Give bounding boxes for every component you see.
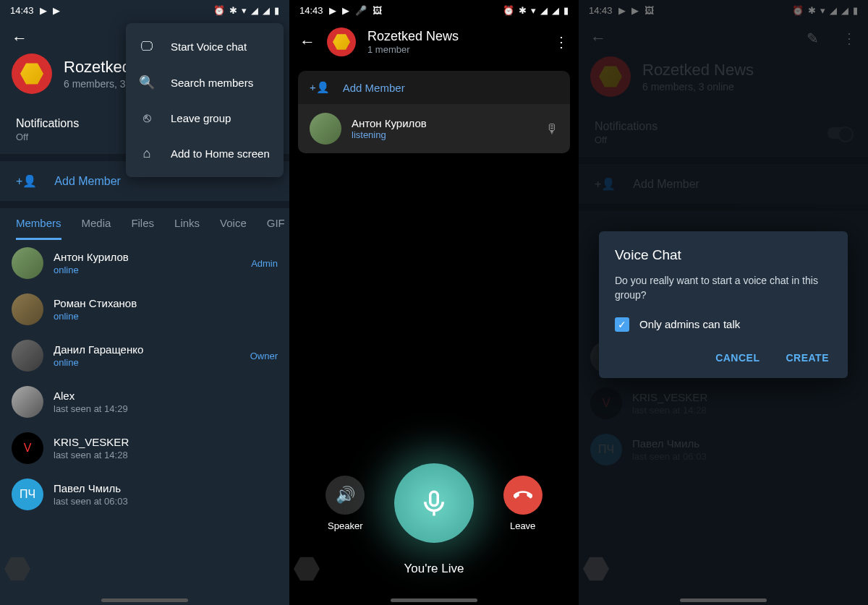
member-name: Павел Чмиль xyxy=(54,482,128,494)
avatar xyxy=(310,113,341,145)
avatar xyxy=(12,340,43,372)
menu-leave-group[interactable]: ⎋ Leave group xyxy=(126,100,284,136)
group-title: Rozetked xyxy=(64,58,131,77)
add-member-row[interactable]: +👤 Add Member xyxy=(298,71,570,104)
bluetooth-icon: ✱ xyxy=(229,5,237,16)
tabs: Members Media Files Links Voice GIF xyxy=(0,208,289,240)
microphone-icon xyxy=(419,488,449,518)
only-admins-checkbox-row[interactable]: ✓ Only admins can talk xyxy=(615,317,832,332)
nav-handle[interactable] xyxy=(391,598,477,602)
add-member-icon: +👤 xyxy=(16,174,37,188)
group-subtitle: 6 members, 3 xyxy=(64,78,131,90)
mic-icon: 🎙 xyxy=(545,121,558,137)
youtube-icon: ▶ xyxy=(342,5,349,16)
leave-icon: ⎋ xyxy=(139,111,155,126)
overflow-menu: 🖵 Start Voice chat 🔍 Search members ⎋ Le… xyxy=(126,23,284,177)
avatar: V xyxy=(12,432,43,464)
menu-add-home[interactable]: ⌂ Add to Home screen xyxy=(126,136,284,171)
nav-hex-icon xyxy=(4,556,30,582)
add-member-icon: +👤 xyxy=(310,81,330,94)
member-row[interactable]: VKRIS_VESKERlast seen at 14:28 xyxy=(0,425,289,471)
battery-icon: ▮ xyxy=(274,5,279,16)
youtube-icon: ▶ xyxy=(40,5,47,16)
avatar xyxy=(12,247,43,279)
bluetooth-icon: ✱ xyxy=(519,5,527,16)
tab-members[interactable]: Members xyxy=(16,217,61,240)
member-status: online xyxy=(54,265,129,275)
member-row[interactable]: Антон КуриловonlineAdmin xyxy=(0,240,289,286)
member-row[interactable]: Роман Стихановonline xyxy=(0,286,289,332)
menu-label: Add to Home screen xyxy=(171,147,270,160)
nav-handle[interactable] xyxy=(101,598,188,602)
voice-chat-header: ← Rozetked News 1 member ⋮ xyxy=(289,20,579,64)
member-role: Owner xyxy=(250,351,278,361)
status-time: 14:43 xyxy=(10,5,34,16)
participant-status: listening xyxy=(352,129,427,140)
more-icon[interactable]: ⋮ xyxy=(554,33,569,51)
status-bar: 14:43 ▶ ▶ 🎤 🖼 ⏰ ✱ ▾ ◢ ◢ ▮ xyxy=(289,0,579,20)
member-name: Антон Курилов xyxy=(54,251,129,263)
create-button[interactable]: CREATE xyxy=(783,346,832,369)
avatar xyxy=(12,293,43,325)
group-avatar[interactable] xyxy=(327,27,356,56)
member-role: Admin xyxy=(251,258,278,269)
member-status: last seen at 14:28 xyxy=(54,450,129,460)
signal-icon: ◢ xyxy=(540,5,548,16)
nav-handle[interactable] xyxy=(680,598,767,602)
status-bar: 14:43 ▶ ▶ ⏰ ✱ ▾ ◢ ◢ ▮ xyxy=(0,0,289,20)
back-icon[interactable]: ← xyxy=(299,33,315,51)
alarm-icon: ⏰ xyxy=(503,5,514,16)
checkbox-checked-icon: ✓ xyxy=(615,317,629,332)
leave-button[interactable]: Leave xyxy=(503,476,542,531)
tab-voice[interactable]: Voice xyxy=(220,217,247,240)
member-row[interactable]: Alexlast seen at 14:29 xyxy=(0,379,289,425)
member-row[interactable]: Данил ГаращенкоonlineOwner xyxy=(0,332,289,379)
group-avatar[interactable] xyxy=(12,53,52,94)
screen-start-voice-dialog: 14:43 ▶ ▶ 🖼 ⏰ ✱ ▾ ◢ ◢ ▮ ← ✎ ⋮ Rozetked N… xyxy=(579,0,868,605)
voice-chat-controls: 🔊 Speaker Leave You're Live xyxy=(289,450,579,605)
speaker-label: Speaker xyxy=(328,520,362,531)
member-name: KRIS_VESKER xyxy=(54,436,129,448)
mic-icon: 🎤 xyxy=(355,5,367,16)
menu-search-members[interactable]: 🔍 Search members xyxy=(126,64,284,100)
member-status: online xyxy=(54,311,137,322)
tab-files[interactable]: Files xyxy=(131,217,154,240)
menu-label: Leave group xyxy=(171,112,231,124)
notifications-label: Notifications xyxy=(16,117,79,130)
participant-row[interactable]: Антон Курилов listening 🎙 xyxy=(298,104,570,153)
members-list: Антон КуриловonlineAdminРоман Стихановon… xyxy=(0,240,289,518)
add-member-label: Add Member xyxy=(54,175,121,188)
signal-icon: ◢ xyxy=(251,5,258,16)
tab-links[interactable]: Links xyxy=(174,217,200,240)
voice-chat-title: Rozetked News xyxy=(367,29,459,44)
member-name: Данил Гаращенко xyxy=(54,343,143,356)
member-status: last seen at 06:03 xyxy=(54,496,128,507)
search-icon: 🔍 xyxy=(139,74,155,90)
participant-name: Антон Курилов xyxy=(352,117,427,129)
signal-icon: ◢ xyxy=(552,5,559,16)
tab-media[interactable]: Media xyxy=(82,217,111,240)
voice-chat-icon: 🖵 xyxy=(139,39,155,54)
alarm-icon: ⏰ xyxy=(213,5,225,16)
home-add-icon: ⌂ xyxy=(139,146,155,161)
youtube-icon: ▶ xyxy=(329,5,336,16)
notifications-value: Off xyxy=(16,132,79,142)
speaker-button[interactable]: 🔊 Speaker xyxy=(326,476,365,531)
avatar: ПЧ xyxy=(12,479,43,510)
cancel-button[interactable]: CANCEL xyxy=(712,346,762,369)
checkbox-label: Only admins can talk xyxy=(639,318,740,330)
speaker-icon: 🔊 xyxy=(326,476,365,515)
mic-toggle-button[interactable] xyxy=(394,463,474,543)
status-time: 14:43 xyxy=(299,5,323,16)
member-row[interactable]: ПЧПавел Чмильlast seen at 06:03 xyxy=(0,471,289,518)
back-icon[interactable]: ← xyxy=(12,29,27,48)
wifi-icon: ▾ xyxy=(242,5,247,16)
screen-group-info: 14:43 ▶ ▶ ⏰ ✱ ▾ ◢ ◢ ▮ ← Rozetked 6 membe… xyxy=(0,0,289,605)
voice-chat-subtitle: 1 member xyxy=(367,44,459,55)
hangup-icon xyxy=(503,476,542,515)
voice-chat-dialog: Voice Chat Do you really want to start a… xyxy=(599,231,848,378)
image-icon: 🖼 xyxy=(373,5,382,16)
menu-start-voice-chat[interactable]: 🖵 Start Voice chat xyxy=(126,29,284,64)
live-status-label: You're Live xyxy=(404,562,464,576)
tab-gif[interactable]: GIF xyxy=(267,217,285,240)
